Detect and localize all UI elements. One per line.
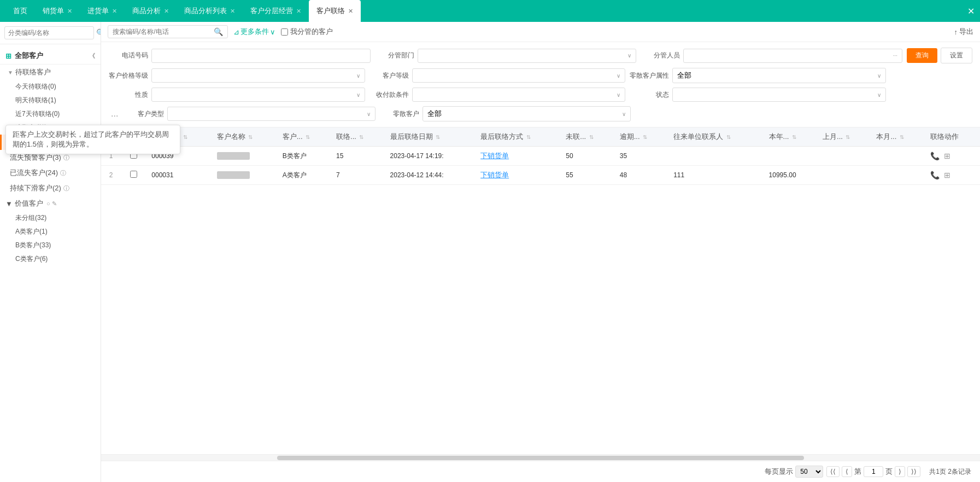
row-checkbox[interactable] bbox=[130, 171, 137, 178]
filter-retail-customer: 零散客户 全部 ∨ bbox=[380, 106, 631, 121]
main-search-input[interactable] bbox=[113, 28, 214, 36]
sort-icon[interactable]: ⇅ bbox=[248, 134, 253, 140]
per-page-select[interactable]: 50 20 100 bbox=[795, 466, 823, 478]
dept-select[interactable]: ∨ bbox=[418, 49, 637, 63]
close-customer-contact-tab[interactable]: ✕ bbox=[348, 8, 353, 15]
query-button[interactable]: 查询 bbox=[907, 48, 937, 63]
last-contact-method-cell: 下销货单 bbox=[475, 166, 560, 185]
uncontacted-cell: 50 bbox=[560, 147, 614, 166]
setting-button[interactable]: 设置 bbox=[941, 48, 972, 63]
customer-type-select[interactable]: ∨ bbox=[167, 107, 375, 121]
tree-leaf-ungrouped[interactable]: 未分组(32) bbox=[0, 211, 101, 225]
ellipsis-button[interactable]: ... bbox=[109, 109, 120, 118]
tree-section-value-customer[interactable]: ▼ 价值客户 ○ ✎ bbox=[0, 196, 101, 211]
close-sales-tab[interactable]: ✕ bbox=[67, 8, 72, 15]
tree-leaf-class-a[interactable]: A类客户(1) bbox=[0, 225, 101, 239]
more-action-icon[interactable]: ⊞ bbox=[944, 171, 950, 179]
window-close-button[interactable]: ✕ bbox=[967, 6, 975, 16]
sidebar-search-icon[interactable]: 🔍 bbox=[96, 28, 101, 37]
scroll-thumb[interactable] bbox=[277, 456, 805, 460]
export-button[interactable]: ↑ 导出 bbox=[954, 27, 974, 37]
filter-price-grade: 客户价格等级 ∨ bbox=[109, 68, 365, 83]
sort-icon[interactable]: ⇅ bbox=[900, 134, 904, 140]
tooltip-box: 距客户上次交易时长，超过了此客户的平均交易周期的1.5倍，则视为异常。 bbox=[101, 125, 180, 154]
page-number-input[interactable] bbox=[864, 466, 883, 477]
next-page-button[interactable]: ⟩ bbox=[895, 466, 905, 477]
person-select[interactable]: ··· bbox=[683, 49, 902, 63]
chevron-down-icon: ∨ bbox=[627, 53, 631, 59]
th-last-contact-method: 最后联络方式 ⇅ bbox=[475, 127, 560, 147]
edit-icon[interactable]: ○ ✎ bbox=[46, 200, 57, 207]
close-product-analysis-tab[interactable]: ✕ bbox=[164, 8, 169, 15]
last-page-button[interactable]: ⟩⟩ bbox=[907, 466, 920, 477]
sort-icon[interactable]: ⇅ bbox=[726, 134, 731, 140]
nav-home[interactable]: 首页 bbox=[5, 0, 35, 22]
sort-icon[interactable]: ⇅ bbox=[359, 134, 363, 140]
sort-icon[interactable]: ⇅ bbox=[526, 134, 531, 140]
more-conditions-btn[interactable]: ⊿ 更多条件 ∨ bbox=[233, 27, 275, 37]
sort-icon[interactable]: ⇅ bbox=[436, 134, 440, 140]
customer-type-label: 客户类型 bbox=[125, 109, 164, 119]
uncontacted-cell: 55 bbox=[560, 166, 614, 185]
close-purchase-tab[interactable]: ✕ bbox=[112, 8, 117, 15]
retail-customer-select[interactable]: 全部 ∨ bbox=[422, 106, 631, 121]
row-checkbox-cell[interactable] bbox=[121, 166, 146, 185]
overdue-cell: 35 bbox=[614, 147, 668, 166]
main-search-icon[interactable]: 🔍 bbox=[214, 27, 223, 36]
sort-icon[interactable]: ⇅ bbox=[643, 134, 647, 140]
prev-page-button[interactable]: ⟨ bbox=[842, 466, 852, 477]
phone-action-icon[interactable]: 📞 bbox=[930, 152, 940, 160]
customer-grade-label: 客户等级 bbox=[369, 71, 409, 80]
filter-phone: 电话号码 bbox=[109, 49, 371, 63]
sort-icon[interactable]: ⇅ bbox=[846, 134, 850, 140]
price-grade-select[interactable]: ∨ bbox=[151, 68, 365, 83]
tree-leaf-class-b[interactable]: B类客户(33) bbox=[0, 239, 101, 252]
collapse-sidebar-icon[interactable]: 《 bbox=[89, 52, 95, 60]
status-select[interactable]: ∨ bbox=[672, 88, 886, 102]
sort-icon[interactable]: ⇅ bbox=[306, 134, 310, 140]
customer-name-blurred bbox=[217, 171, 250, 179]
tree-leaf-class-c[interactable]: C类客户(6) bbox=[0, 252, 101, 266]
payment-select[interactable]: ∨ bbox=[412, 88, 626, 102]
this-year-cell: 10995.00 bbox=[764, 166, 817, 185]
customer-name-cell bbox=[212, 147, 277, 166]
last-month-cell bbox=[817, 147, 871, 166]
sort-icon[interactable]: ⇅ bbox=[589, 134, 594, 140]
nav-purchase[interactable]: 进货单 ✕ bbox=[80, 0, 125, 22]
phone-input[interactable] bbox=[151, 49, 371, 63]
contact-method-link[interactable]: 下销货单 bbox=[480, 171, 509, 179]
info-icon: ⓘ bbox=[63, 184, 69, 193]
customer-grade-select[interactable]: ∨ bbox=[412, 68, 626, 83]
close-customer-seg-tab[interactable]: ✕ bbox=[296, 8, 301, 15]
nav-sales[interactable]: 销货单 ✕ bbox=[35, 0, 80, 22]
phone-action-icon[interactable]: 📞 bbox=[930, 171, 940, 179]
retail-attr-select[interactable]: 全部 ∨ bbox=[672, 68, 886, 83]
th-action: 联络动作 bbox=[925, 127, 980, 147]
th-last-contact-date: 最后联络日期 ⇅ bbox=[385, 127, 476, 147]
retail-customer-label: 零散客户 bbox=[380, 109, 419, 119]
tree-leaf-7days[interactable]: 近7天待联络(0) bbox=[0, 107, 101, 121]
chevron-down-icon: ∨ bbox=[270, 28, 275, 36]
customer-name-cell bbox=[212, 166, 277, 185]
gender-select[interactable]: ∨ bbox=[151, 88, 365, 102]
first-page-button[interactable]: ⟨⟨ bbox=[826, 466, 840, 477]
contact-method-link[interactable]: 下销货单 bbox=[480, 152, 509, 160]
nav-customer-segmentation[interactable]: 客户分层经营 ✕ bbox=[243, 0, 309, 22]
sort-icon[interactable]: ⇅ bbox=[183, 134, 187, 140]
tree-group-pending-label[interactable]: ▼ 待联络客户 bbox=[0, 65, 101, 80]
tree-group-churned[interactable]: 已流失客户(24) ⓘ bbox=[0, 165, 101, 181]
tree-group-declining[interactable]: 持续下滑客户(2) ⓘ bbox=[0, 181, 101, 196]
contact-count-cell: 15 bbox=[331, 147, 384, 166]
tree-leaf-today[interactable]: 今天待联络(0) bbox=[0, 80, 101, 94]
nav-customer-contact[interactable]: 客户联络 ✕ bbox=[309, 0, 361, 22]
close-product-analysis-list-tab[interactable]: ✕ bbox=[230, 8, 235, 15]
nav-product-analysis-list[interactable]: 商品分析列表 ✕ bbox=[177, 0, 243, 22]
nav-product-analysis[interactable]: 商品分析 ✕ bbox=[125, 0, 177, 22]
tree-root-all-customers[interactable]: ⊞ 全部客户 《 bbox=[0, 48, 101, 65]
more-action-icon[interactable]: ⊞ bbox=[944, 152, 950, 160]
sidebar-search-input[interactable] bbox=[4, 26, 94, 39]
sort-icon[interactable]: ⇅ bbox=[792, 134, 796, 140]
horizontal-scrollbar[interactable] bbox=[101, 454, 980, 461]
my-customer-checkbox[interactable] bbox=[281, 28, 288, 36]
tree-leaf-tomorrow[interactable]: 明天待联络(1) bbox=[0, 94, 101, 107]
